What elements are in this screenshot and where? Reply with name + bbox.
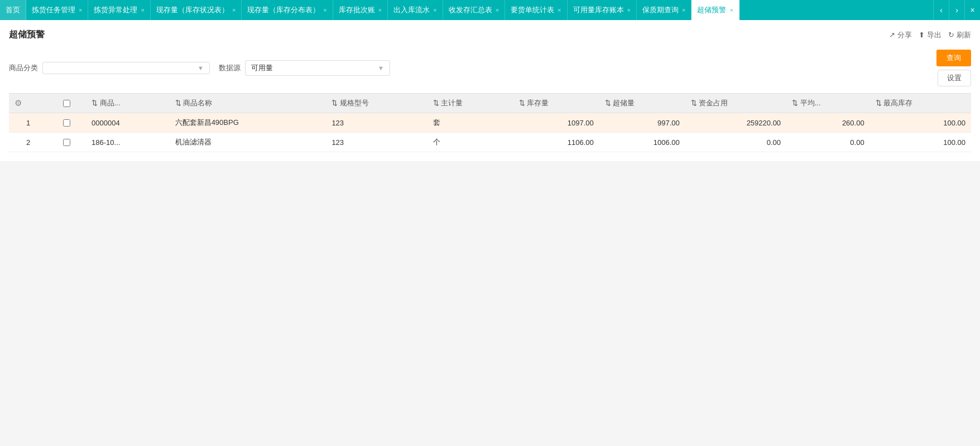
close-picking-exception-icon[interactable]: × [141,7,144,13]
table-header-row: ⚙ ⇅ 商品... ⇅ 商品名称 ⇅ 规格型号 [9,94,971,113]
nav-item-summary[interactable]: 收发存汇总表 × [443,0,505,20]
row-max-stock-2: 100.00 [870,133,971,152]
page-title: 超储预警 [9,29,45,41]
select-all-checkbox[interactable] [63,100,70,107]
nav-item-stock-distribution[interactable]: 现存量（库存分布表） × [242,0,333,20]
row-unit-2: 个 [427,133,513,152]
th-max-stock[interactable]: ⇅ 最高库存 [870,94,971,113]
close-overstock-icon[interactable]: × [729,7,733,13]
nav-item-inout-flow[interactable]: 出入库流水 × [388,0,443,20]
category-chevron-icon: ▼ [198,65,204,71]
row-overstock-2: 1006.00 [599,133,685,152]
table-row: 2 186-10... 机油滤清器 123 个 1106.00 1006.00 … [9,133,971,152]
row-stock-1: 1097.00 [513,113,599,133]
page-title-row: 超储预警 分享 导出 刷新 [9,29,971,41]
th-capital[interactable]: ⇅ 资金占用 [685,94,786,113]
row-sku-code-1: 0000004 [86,113,170,133]
row-sku-name-1: 六配套新昌490BPG [170,113,326,133]
nav-item-home[interactable]: 首页 [0,0,26,20]
nav-item-picking-exception[interactable]: 拣货异常处理 × [88,0,150,20]
row-select-checkbox-2[interactable] [63,139,70,146]
data-table: ⚙ ⇅ 商品... ⇅ 商品名称 ⇅ 规格型号 [9,93,971,152]
nav-close-button[interactable]: × [964,0,980,20]
row-checkbox-2[interactable] [47,133,86,152]
th-sku-code[interactable]: ⇅ 商品... [86,94,170,113]
category-select[interactable]: ▼ [42,62,210,74]
page-content: 超储预警 分享 导出 刷新 商品分类 ▼ 数据源 [0,20,980,161]
category-filter-group: 商品分类 ▼ [9,62,210,74]
nav-item-overstock[interactable]: 超储预警 × [691,0,739,20]
th-gear[interactable]: ⚙ [9,94,47,113]
row-avg-2: 0.00 [786,133,870,152]
row-capital-2: 0.00 [685,133,786,152]
nav-item-expiry[interactable]: 保质期查询 × [637,0,691,20]
close-expiry-icon[interactable]: × [682,7,685,13]
row-stock-2: 1106.00 [513,133,599,152]
share-icon [889,31,895,39]
datasource-chevron-icon: ▼ [378,65,384,71]
th-spec[interactable]: ⇅ 规格型号 [326,94,427,113]
query-button[interactable]: 查询 [936,50,971,66]
nav-item-batch-account[interactable]: 库存批次账 × [333,0,388,20]
close-stock-distribution-icon[interactable]: × [323,7,326,13]
row-sku-code-2: 186-10... [86,133,170,152]
datasource-select[interactable]: 可用量 ▼ [245,60,390,76]
share-button[interactable]: 分享 [889,30,912,40]
gear-icon[interactable]: ⚙ [15,98,22,108]
row-capital-1: 259220.00 [685,113,786,133]
refresh-button[interactable]: 刷新 [948,30,971,40]
export-icon [919,31,925,39]
nav-item-picking-task[interactable]: 拣货任务管理 × [26,0,88,20]
close-available-stock-icon[interactable]: × [627,7,631,13]
th-checkbox[interactable] [47,94,86,113]
nav-item-stock-status[interactable]: 现存量（库存状况表） × [151,0,242,20]
category-label: 商品分类 [9,63,38,73]
row-unit-1: 套 [427,113,513,133]
row-max-stock-1: 100.00 [870,113,971,133]
close-picking-task-icon[interactable]: × [79,7,82,13]
table-row: 1 0000004 六配套新昌490BPG 123 套 1097.00 997.… [9,113,971,133]
nav-item-available-stock[interactable]: 可用量库存账本 × [568,0,637,20]
th-sku-name[interactable]: ⇅ 商品名称 [170,94,326,113]
row-select-checkbox-1[interactable] [63,119,70,127]
row-spec-2: 123 [326,133,427,152]
top-navigation: 首页 拣货任务管理 × 拣货异常处理 × 现存量（库存状况表） × 现存量（库存… [0,0,980,20]
th-overstock[interactable]: ⇅ 超储量 [599,94,685,113]
th-avg[interactable]: ⇅ 平均... [786,94,870,113]
close-inout-flow-icon[interactable]: × [433,7,436,13]
row-checkbox-1[interactable] [47,113,86,133]
close-requisition-icon[interactable]: × [558,7,561,13]
nav-item-requisition[interactable]: 要货单统计表 × [505,0,567,20]
row-avg-1: 260.00 [786,113,870,133]
row-spec-1: 123 [326,113,427,133]
refresh-icon [948,31,954,39]
nav-next-button[interactable]: › [949,0,964,20]
th-stock[interactable]: ⇅ 库存量 [513,94,599,113]
row-sku-name-2: 机油滤清器 [170,133,326,152]
export-button[interactable]: 导出 [919,30,941,40]
page-actions: 分享 导出 刷新 [889,30,971,40]
close-summary-icon[interactable]: × [496,7,499,13]
close-batch-account-icon[interactable]: × [378,7,382,13]
datasource-label: 数据源 [219,63,241,73]
settings-button[interactable]: 设置 [938,70,971,86]
filter-row: 商品分类 ▼ 数据源 可用量 ▼ 查询 设置 [9,50,971,86]
row-overstock-1: 997.00 [599,113,685,133]
row-index-1: 1 [9,113,47,133]
close-stock-status-icon[interactable]: × [232,7,236,13]
datasource-value: 可用量 [251,63,273,73]
nav-arrows: ‹ › × [933,0,980,20]
th-unit[interactable]: ⇅ 主计量 [427,94,513,113]
row-index-2: 2 [9,133,47,152]
datasource-filter-group: 数据源 可用量 ▼ [219,60,390,76]
nav-prev-button[interactable]: ‹ [933,0,949,20]
